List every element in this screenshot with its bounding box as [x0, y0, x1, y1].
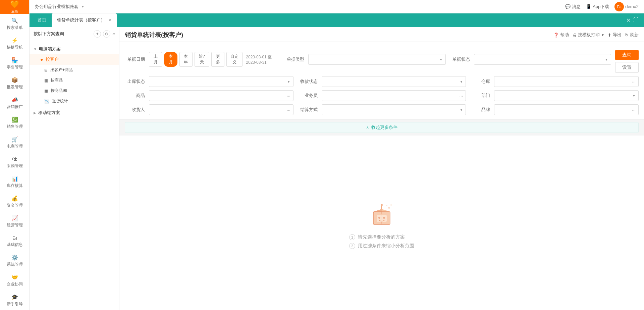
sidebar-item-basic[interactable]: 🗂 基础信息: [0, 231, 30, 251]
marketing-icon: 📣: [11, 97, 18, 103]
tab-home[interactable]: 首页: [32, 13, 52, 27]
scheme-item-return-stats[interactable]: 📉 退货统计: [30, 96, 119, 106]
brand-input[interactable]: ···: [494, 104, 639, 115]
user-menu[interactable]: Ea demo2: [614, 2, 639, 11]
query-button[interactable]: 查询: [615, 50, 639, 60]
scheme-label: 按客户: [46, 56, 59, 62]
export-button[interactable]: ⬆ 导出: [608, 32, 622, 38]
goods-more-icon: ···: [287, 93, 290, 98]
sidebar-item-system[interactable]: ⚙️ 系统管理: [0, 251, 30, 271]
tab-bar-actions: ✕ ⛶: [626, 17, 641, 23]
page-header: 销货单统计表(按客户) ❓ 帮助 🖨 按模板打印 ▼ ⬆ 导出: [119, 27, 644, 42]
app-title-dropdown-icon[interactable]: ▼: [81, 5, 85, 8]
empty-tip-2: 2 用过滤条件来缩小分析范围: [349, 243, 414, 249]
tip-num-1: 1: [349, 234, 355, 240]
payment-status-dropdown-icon: ▼: [460, 80, 463, 84]
refresh-button[interactable]: ↻ 刷新: [625, 32, 639, 38]
finance-icon: 💰: [11, 195, 18, 202]
svg-point-5: [388, 207, 390, 209]
warehouse-input[interactable]: ···: [494, 76, 639, 87]
department-select[interactable]: ▼: [494, 90, 639, 101]
bill-status-label: 单据状态: [450, 56, 470, 62]
purchase-icon: 🛍: [12, 156, 17, 162]
bill-type-select[interactable]: ▼: [308, 54, 445, 65]
brand-more-icon: ···: [632, 107, 636, 112]
sidebar-item-purchase[interactable]: 🛍 采购管理: [0, 153, 30, 172]
tab-close-icon[interactable]: ✕: [108, 18, 111, 22]
mobile-group-expand-icon: ▶: [34, 111, 36, 115]
left-panel-title: 按以下方案查询: [34, 31, 64, 37]
sidebar-item-ecommerce[interactable]: 🛒 电商管理: [0, 133, 30, 153]
scheme-item-by-customer[interactable]: ● 按客户: [30, 54, 119, 65]
messages-button[interactable]: 💬 消息: [565, 4, 581, 10]
page-title: 销货单统计表(按客户): [125, 31, 183, 39]
bill-status-select[interactable]: ▼: [474, 54, 611, 65]
sidebar-item-retail[interactable]: 🏪 零售管理: [0, 54, 30, 73]
mobile-group-label: 移动端方案: [38, 110, 60, 116]
svg-marker-2: [382, 209, 390, 212]
print-button[interactable]: 🖨 按模板打印 ▼: [572, 32, 604, 38]
settlement-select[interactable]: ▼: [322, 104, 466, 115]
scheme-item-customer-goods[interactable]: ⊞ 按客户+商品: [30, 65, 119, 75]
collapse-panel-button[interactable]: «: [112, 31, 115, 37]
inventory-icon: 📊: [11, 175, 18, 182]
salesperson-input[interactable]: ···: [322, 90, 466, 101]
payment-status-select[interactable]: ▼: [322, 76, 466, 87]
scheme-tree: ▼ 电脑端方案 ● 按客户 ⊞ 按客户+商品 ▦: [30, 41, 119, 310]
out-status-select[interactable]: ▼: [149, 76, 293, 87]
last-month-btn[interactable]: 上月: [149, 52, 162, 67]
scheme-label: 按商品99: [51, 88, 67, 94]
svg-marker-1: [373, 209, 382, 212]
warehouse-label: 仓库: [470, 79, 490, 85]
custom-date-btn[interactable]: 自定义: [226, 52, 243, 67]
warehouse-more-icon: ···: [632, 79, 636, 84]
this-year-btn[interactable]: 本年: [179, 52, 193, 67]
bill-status-dropdown-icon: ▼: [605, 58, 608, 61]
app-title: 办公用品行业模拟账套: [35, 4, 78, 10]
department-dropdown-icon: ▼: [632, 94, 636, 98]
scheme-item-goods-99[interactable]: ▦ 按商品99: [30, 86, 119, 96]
receiver-input[interactable]: ···: [149, 104, 293, 115]
sidebar-item-operations[interactable]: 📈 经营管理: [0, 212, 30, 231]
desktop-group-header[interactable]: ▼ 电脑端方案: [30, 44, 119, 54]
sidebar-item-newguide[interactable]: 🎓 新手引导: [0, 291, 30, 310]
main-content: 办公用品行业模拟账套 ▼ 💬 消息 📱 App下载 Ea demo2 首页: [30, 0, 644, 310]
payment-status-label: 收款状态: [298, 79, 318, 85]
more-date-btn[interactable]: 更多: [211, 52, 224, 67]
sidebar-item-cooperation[interactable]: 🤝 企业协同: [0, 271, 30, 291]
add-scheme-button[interactable]: +: [94, 30, 101, 38]
sidebar-item-quick-nav[interactable]: ⚡ 快捷导航: [0, 34, 30, 54]
last-7-btn[interactable]: 近7天: [195, 52, 209, 67]
collapse-more-conditions[interactable]: ∧ 收起更多条件: [125, 122, 639, 133]
svg-point-10: [383, 217, 385, 219]
goods-input[interactable]: ···: [149, 90, 293, 101]
download-icon: 📱: [586, 4, 591, 9]
app-download-button[interactable]: 📱 App下载: [586, 4, 609, 10]
settings-button[interactable]: 设置: [615, 62, 639, 73]
sidebar-item-search[interactable]: 🔍 搜索菜单: [0, 14, 30, 34]
bill-type-dropdown-icon: ▼: [439, 58, 443, 61]
edit-scheme-button[interactable]: ⊙: [103, 30, 110, 38]
sidebar-item-finance[interactable]: 💰 资金管理: [0, 192, 30, 212]
sidebar-item-sales[interactable]: 💹 销售管理: [0, 113, 30, 133]
this-month-btn[interactable]: 本月: [164, 52, 177, 67]
tab-sales-report[interactable]: 销货单统计表（按客户） ✕: [52, 13, 117, 27]
mobile-group-header[interactable]: ▶ 移动端方案: [30, 108, 119, 118]
left-panel-actions: + ⊙ «: [94, 30, 115, 38]
tip-num-2: 2: [349, 243, 355, 249]
sidebar: 🧡 标版 🔍 搜索菜单 ⚡ 快捷导航 🏪 零售管理 📦 批发管理 📣 营销推广 …: [0, 0, 30, 310]
empty-tip-1: 1 请先选择要分析的方案: [349, 234, 414, 240]
close-tab-action[interactable]: ✕: [626, 17, 631, 23]
sidebar-item-wholesale[interactable]: 📦 批发管理: [0, 73, 30, 93]
data-area: 1 请先选择要分析的方案 2 用过滤条件来缩小分析范围: [119, 136, 644, 310]
sidebar-item-inventory[interactable]: 📊 库存核算: [0, 172, 30, 192]
customer-goods-icon: ⊞: [44, 68, 48, 72]
help-button[interactable]: ❓ 帮助: [553, 32, 569, 38]
out-status-label: 出库状态: [125, 79, 145, 85]
scheme-label: 退货统计: [52, 98, 68, 104]
maximize-tab-action[interactable]: ⛶: [633, 17, 639, 23]
scheme-item-by-goods[interactable]: ▦ 按商品: [30, 75, 119, 86]
sidebar-item-marketing[interactable]: 📣 营销推广: [0, 93, 30, 113]
settlement-label: 结算方式: [298, 107, 318, 113]
app-logo[interactable]: 🧡 标版: [0, 0, 30, 14]
